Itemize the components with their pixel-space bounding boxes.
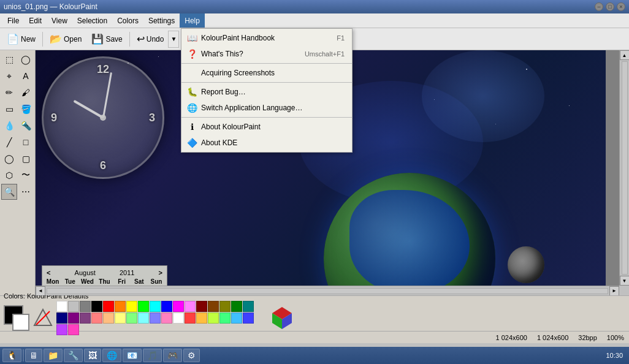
tool-rect[interactable]: □: [18, 134, 34, 150]
tool-line[interactable]: ╱: [1, 134, 17, 150]
menu-file[interactable]: File: [2, 13, 24, 28]
color-swatch[interactable]: [173, 313, 184, 324]
menu-item-about-kp[interactable]: ℹ About KolourPaint: [181, 119, 352, 135]
color-swatch[interactable]: [208, 301, 219, 312]
menu-help[interactable]: Help: [180, 13, 205, 28]
color-swatch[interactable]: [103, 301, 114, 312]
menu-selection[interactable]: Selection: [72, 13, 112, 28]
tool-airbrush[interactable]: 🔦: [18, 118, 34, 134]
menu-item-report-bug[interactable]: 🐛 Report Bug…: [181, 84, 352, 100]
color-swatch[interactable]: [126, 313, 137, 324]
tool-pencil[interactable]: ✏: [1, 85, 17, 100]
tool-polygon[interactable]: ⬡: [1, 167, 17, 183]
color-swatch[interactable]: [56, 313, 67, 324]
color-swatch[interactable]: [68, 313, 79, 324]
color-swatch[interactable]: [68, 301, 79, 312]
color-swatch[interactable]: [150, 313, 161, 324]
color-swatch[interactable]: [103, 313, 114, 324]
color-swatch[interactable]: [91, 313, 102, 324]
menu-separator-3: [181, 117, 352, 118]
menu-item-about-kde[interactable]: 🔷 About KDE: [181, 135, 352, 151]
menu-settings[interactable]: Settings: [143, 13, 180, 28]
tool-ellipse[interactable]: ◯: [1, 151, 17, 167]
calendar-next[interactable]: >: [159, 269, 162, 276]
taskbar-item-4[interactable]: 🖼: [84, 349, 101, 362]
color-swatch[interactable]: [243, 301, 254, 312]
color-swatch[interactable]: [173, 301, 184, 312]
taskbar-item-3[interactable]: 🔧: [64, 349, 83, 362]
close-button[interactable]: ×: [617, 2, 625, 11]
scroll-up-button[interactable]: ▲: [620, 50, 630, 60]
scroll-left-button[interactable]: ◄: [36, 286, 45, 296]
tool-curve[interactable]: 〜: [18, 167, 34, 183]
color-swatch[interactable]: [150, 301, 161, 312]
color-swatch[interactable]: [219, 301, 231, 312]
color-swatch[interactable]: [68, 324, 79, 335]
color-swatch[interactable]: [56, 324, 67, 335]
taskbar-start[interactable]: 🐧: [2, 349, 21, 362]
tool-brush[interactable]: 🖌: [18, 85, 34, 100]
color-3d-icon[interactable]: [267, 303, 297, 333]
transparent-icon[interactable]: [32, 307, 54, 329]
scroll-track-vertical[interactable]: [622, 61, 628, 275]
menu-item-handbook[interactable]: 📖 KolourPaint Handbook F1: [181, 30, 352, 46]
menu-colors[interactable]: Colors: [112, 13, 143, 28]
taskbar-item-9[interactable]: ⚙: [183, 349, 200, 362]
tool-eyedropper[interactable]: 💧: [1, 118, 17, 134]
color-swatch[interactable]: [56, 301, 67, 312]
calendar-prev[interactable]: <: [47, 269, 50, 276]
tool-text[interactable]: A: [18, 68, 34, 84]
color-swatch[interactable]: [196, 301, 207, 312]
color-swatch[interactable]: [231, 301, 242, 312]
taskbar-item-2[interactable]: 📁: [44, 349, 63, 362]
color-swatch[interactable]: [161, 313, 172, 324]
color-swatch[interactable]: [185, 313, 196, 324]
tool-select-rect[interactable]: ⬚: [1, 51, 17, 67]
menu-item-acquiring[interactable]: Acquiring Screenshots: [181, 65, 352, 81]
tool-select-ellipse[interactable]: ◯: [18, 51, 34, 67]
color-swatch[interactable]: [219, 313, 231, 324]
color-swatch[interactable]: [80, 301, 91, 312]
menu-edit[interactable]: Edit: [24, 13, 47, 28]
color-swatch[interactable]: [208, 313, 219, 324]
scroll-track-horizontal[interactable]: [47, 288, 608, 294]
menu-view[interactable]: View: [47, 13, 72, 28]
taskbar-item-8[interactable]: 🎮: [163, 349, 182, 362]
color-swatch[interactable]: [243, 313, 254, 324]
background-color[interactable]: [12, 314, 29, 331]
tool-eraser[interactable]: ▭: [1, 101, 17, 117]
save-button[interactable]: 💾 Save: [87, 31, 126, 48]
scroll-right-button[interactable]: ►: [609, 286, 619, 296]
undo-button[interactable]: ↩ Undo: [132, 31, 169, 48]
maximize-button[interactable]: □: [606, 2, 614, 11]
scroll-down-button[interactable]: ▼: [620, 276, 630, 286]
menu-item-whats-this[interactable]: ❓ What's This? Umschalt+F1: [181, 46, 352, 62]
taskbar-item-7[interactable]: 🎵: [143, 349, 162, 362]
vertical-scrollbar[interactable]: ▲ ▼: [619, 50, 629, 286]
color-swatch[interactable]: [138, 301, 149, 312]
tool-fill[interactable]: 🪣: [18, 101, 34, 117]
undo-dropdown-button[interactable]: ▼: [168, 31, 179, 48]
tool-roundrect[interactable]: ▢: [18, 151, 34, 167]
taskbar-item-5[interactable]: 🌐: [102, 349, 121, 362]
new-button[interactable]: 📄 New: [2, 31, 40, 48]
color-swatch[interactable]: [91, 301, 102, 312]
tool-extra[interactable]: ⋯: [18, 184, 34, 200]
color-swatch[interactable]: [115, 313, 126, 324]
taskbar-item-1[interactable]: 🖥: [25, 349, 42, 362]
horizontal-scrollbar[interactable]: ◄ ►: [36, 286, 619, 295]
color-swatch[interactable]: [196, 313, 207, 324]
color-swatch[interactable]: [115, 301, 126, 312]
menu-item-switch-lang[interactable]: 🌐 Switch Application Language…: [181, 100, 352, 116]
open-button[interactable]: 📂 Open: [45, 31, 86, 48]
minimize-button[interactable]: –: [595, 2, 603, 11]
tool-zoom[interactable]: 🔍: [1, 184, 17, 200]
tool-freehand-select[interactable]: ⌖: [1, 68, 17, 84]
color-swatch[interactable]: [138, 313, 149, 324]
color-swatch[interactable]: [231, 313, 242, 324]
taskbar-item-6[interactable]: 📧: [123, 349, 142, 362]
color-swatch[interactable]: [126, 301, 137, 312]
color-swatch[interactable]: [161, 301, 172, 312]
color-swatch[interactable]: [185, 301, 196, 312]
color-swatch[interactable]: [80, 313, 91, 324]
